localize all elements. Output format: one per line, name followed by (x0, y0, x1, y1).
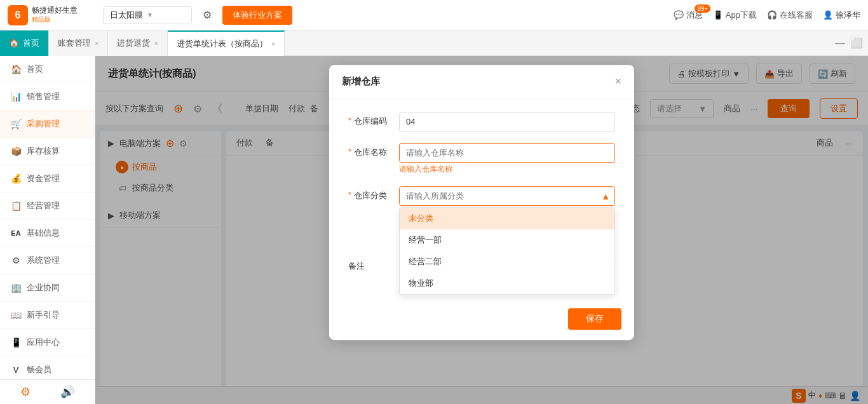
tab-purchase-stats-close-icon[interactable]: × (271, 40, 275, 48)
name-error-msg: 请输入仓库名称 (399, 164, 615, 175)
app-center-icon: 📱 (10, 337, 22, 348)
sidebar: 🏠 首页 📊 销售管理 🛒 采购管理 📦 库存核算 💰 资金管理 📋 经营管理 … (0, 56, 95, 404)
tab-bar: 🏠 首页 账套管理 × 进货退货 × 进货单统计表（按商品） × — ⬜ (0, 30, 868, 56)
name-label: * 仓库名称 (348, 143, 399, 158)
tab-accounts-close-icon[interactable]: × (95, 39, 98, 47)
form-row-category: * 仓库分类 ▲ 未分类 经营一部 经营二部 物业部 (348, 186, 615, 206)
modal-title: 新增仓库 (342, 76, 380, 88)
top-header: 6 畅捷通好生意 精品版 日太阳膜 ▼ ⚙ 体验行业方案 💬 消息 99+ 📱 … (0, 0, 868, 30)
modal-close-button[interactable]: × (614, 75, 621, 88)
message-icon: 💬 (674, 10, 684, 20)
header-right: 💬 消息 99+ 📱 App下载 🎧 在线客服 👤 徐泽华 (674, 10, 860, 21)
sidebar-purchase-label: 采购管理 (27, 118, 60, 130)
home-sidebar-icon: 🏠 (10, 64, 22, 75)
system-icon: ⚙ (10, 255, 22, 266)
messages-badge: 99+ (695, 4, 710, 13)
dropdown-item-dept2[interactable]: 经营二部 (400, 251, 614, 273)
sales-icon: 📊 (10, 91, 22, 102)
new-warehouse-modal: 新增仓库 × * 仓库编码 * (329, 65, 634, 340)
store-arrow-icon: ▼ (147, 11, 153, 18)
code-label: * 仓库编码 (348, 112, 399, 127)
trial-button[interactable]: 体验行业方案 (222, 6, 292, 25)
messages-button[interactable]: 💬 消息 99+ (674, 10, 703, 21)
sidebar-item-purchase[interactable]: 🛒 采购管理 (0, 111, 95, 138)
sidebar-sales-label: 销售管理 (27, 91, 60, 102)
note-label-field: 备注 (348, 257, 399, 272)
headset-icon: 🎧 (767, 10, 777, 20)
logo-sub: 精品版 (32, 15, 78, 24)
username: 徐泽华 (836, 10, 860, 21)
sidebar-item-home[interactable]: 🏠 首页 (0, 56, 95, 83)
sidebar-item-finance[interactable]: 💰 资金管理 (0, 165, 95, 192)
sidebar-system-label: 系统管理 (27, 255, 60, 266)
tab-purchase-stats-label: 进货单统计表（按商品） (177, 38, 268, 50)
store-name: 日太阳膜 (110, 10, 143, 21)
sidebar-bottom: ⚙ 🔊 (0, 379, 95, 404)
guide-icon: 📖 (10, 309, 22, 321)
sidebar-operations-label: 经营管理 (27, 200, 60, 212)
phone-icon: 📱 (713, 10, 723, 20)
dropdown-item-property[interactable]: 物业部 (400, 273, 614, 294)
tab-accounts-label: 账套管理 (58, 37, 91, 49)
tab-maximize-icon[interactable]: ⬜ (850, 37, 863, 49)
sidebar-item-basic-info[interactable]: EA 基础信息 (0, 220, 95, 247)
logo-icon: 6 (8, 5, 28, 25)
tab-home-label: 首页 (23, 37, 39, 49)
save-button[interactable]: 保存 (568, 308, 621, 330)
sidebar-audio-icon[interactable]: 🔊 (60, 385, 74, 399)
sidebar-item-system[interactable]: ⚙ 系统管理 (0, 247, 95, 274)
modal-header: 新增仓库 × (329, 65, 634, 99)
tab-accounts[interactable]: 账套管理 × (49, 30, 108, 56)
gear-icon: ⚙ (203, 9, 212, 21)
logo-area: 6 畅捷通好生意 精品版 (8, 5, 103, 25)
sidebar-item-guide[interactable]: 📖 新手引导 (0, 302, 95, 329)
user-icon: 👤 (823, 10, 833, 20)
tab-purchase-return-label: 进货退货 (117, 37, 150, 49)
modal-footer: 保存 (329, 300, 634, 340)
inventory-icon: 📦 (10, 145, 22, 157)
sidebar-item-enterprise[interactable]: 🏢 企业协同 (0, 274, 95, 302)
name-input[interactable] (399, 143, 615, 163)
category-arrow-icon[interactable]: ▲ (601, 191, 610, 201)
sidebar-membership-label: 畅会员 (27, 364, 51, 375)
sidebar-item-operations[interactable]: 📋 经营管理 (0, 192, 95, 220)
home-icon: 🏠 (9, 38, 19, 48)
membership-icon: V (10, 364, 22, 375)
app-download-button[interactable]: 📱 App下载 (713, 10, 757, 21)
main-layout: 🏠 首页 📊 销售管理 🛒 采购管理 📦 库存核算 💰 资金管理 📋 经营管理 … (0, 56, 868, 404)
sidebar-finance-label: 资金管理 (27, 173, 60, 184)
form-row-name: * 仓库名称 请输入仓库名称 (348, 143, 615, 175)
dropdown-item-dept1[interactable]: 经营一部 (400, 229, 614, 251)
online-service-button[interactable]: 🎧 在线客服 (767, 10, 813, 21)
sidebar-basic-info-label: 基础信息 (27, 227, 60, 239)
dropdown-item-uncategorized[interactable]: 未分类 (400, 208, 614, 229)
basic-info-icon: EA (10, 227, 22, 239)
sidebar-item-app-center[interactable]: 📱 应用中心 (0, 329, 95, 356)
sidebar-item-sales[interactable]: 📊 销售管理 (0, 83, 95, 111)
category-input[interactable] (399, 186, 615, 206)
tab-purchase-return[interactable]: 进货退货 × (108, 30, 167, 56)
store-selector[interactable]: 日太阳膜 ▼ (103, 6, 192, 24)
logo-text: 畅捷通好生意 (32, 6, 78, 16)
purchase-icon: 🛒 (10, 118, 22, 130)
sidebar-home-label: 首页 (27, 64, 43, 75)
modal-body: * 仓库编码 * 仓库名称 请输入仓库名称 (329, 99, 634, 300)
code-input[interactable] (399, 112, 615, 131)
tab-purchase-stats[interactable]: 进货单统计表（按商品） × (168, 30, 285, 56)
settings-button[interactable]: ⚙ (197, 5, 217, 25)
tab-home[interactable]: 🏠 首页 (0, 30, 49, 56)
sidebar-enterprise-label: 企业协同 (27, 282, 60, 293)
enterprise-icon: 🏢 (10, 282, 22, 293)
user-menu[interactable]: 👤 徐泽华 (823, 10, 860, 21)
sidebar-item-inventory[interactable]: 📦 库存核算 (0, 138, 95, 165)
operations-icon: 📋 (10, 200, 22, 212)
sidebar-settings-icon[interactable]: ⚙ (20, 385, 31, 399)
tab-minimize-icon[interactable]: — (835, 37, 845, 49)
tab-bar-actions[interactable]: — ⬜ (835, 37, 868, 49)
sidebar-app-center-label: 应用中心 (27, 337, 60, 348)
online-service-label: 在线客服 (780, 10, 813, 21)
tab-purchase-return-close-icon[interactable]: × (154, 39, 158, 47)
sidebar-guide-label: 新手引导 (27, 309, 60, 321)
content-area: 进货单统计(按商品) 🖨 按模板打印 ▼ 📤 导出 🔄 刷新 按以下方案查 (95, 56, 868, 404)
form-row-code: * 仓库编码 (348, 112, 615, 131)
